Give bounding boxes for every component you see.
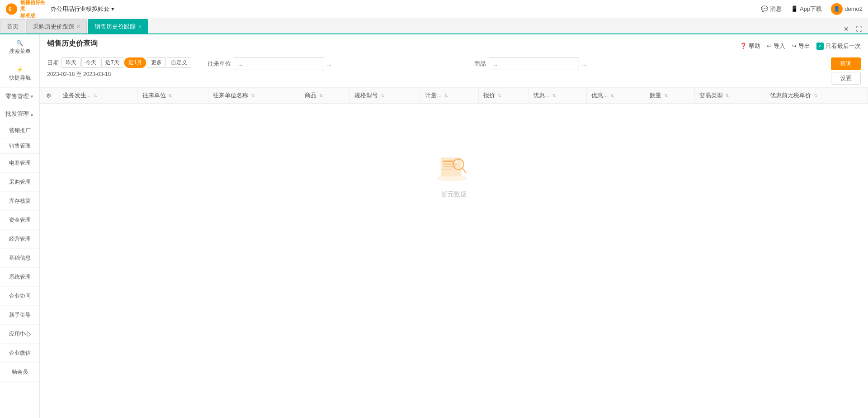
message-icon: 💬 <box>761 5 768 12</box>
settings-button[interactable]: 设置 <box>831 72 861 85</box>
tab-actions: ✕ ⛶ <box>842 24 868 33</box>
wholesale-chevron-up-icon: ▲ <box>30 112 34 117</box>
sidebar-item-marketing[interactable]: 营销推广 <box>0 123 39 138</box>
tab-close-all-btn[interactable]: ✕ <box>842 24 851 33</box>
partner-dots-btn[interactable]: ... <box>327 61 331 67</box>
date-yesterday-btn[interactable]: 昨天 <box>61 57 80 68</box>
svg-rect-5 <box>443 164 458 165</box>
sidebar-item-ecommerce[interactable]: 电商管理 <box>0 154 39 173</box>
sort-icon-business-date: ⇅ <box>94 93 97 98</box>
date-more-btn[interactable]: 更多 <box>147 57 166 68</box>
sort-icon-spec: ⇅ <box>381 93 384 98</box>
tab-purchase-history[interactable]: 采购历史价跟踪 × <box>26 19 87 33</box>
sort-icon-product: ⇅ <box>319 93 323 98</box>
retail-chevron-down-icon: ▼ <box>30 94 34 99</box>
sidebar-item-corp-wechat[interactable]: 企业微信 <box>0 344 39 363</box>
col-partner-code[interactable]: 往来单位 ⇅ <box>137 88 208 104</box>
tab-fullscreen-btn[interactable]: ⛶ <box>854 24 863 33</box>
date-filter-col: 日期 昨天 今天 近7天 近1月 更多 自定义 2023-02-18 至 202… <box>47 57 191 78</box>
query-button[interactable]: 查询 <box>831 57 861 70</box>
sort-icon-unit: ⇅ <box>444 93 448 98</box>
svg-point-0 <box>6 3 17 14</box>
col-discount1[interactable]: 优惠... ⇅ <box>528 88 586 104</box>
import-icon: ↩ <box>767 43 772 49</box>
product-input[interactable] <box>489 57 579 70</box>
date-custom-btn[interactable]: 自定义 <box>167 57 191 68</box>
search-icon: 🔍 <box>16 40 23 46</box>
sidebar-item-purchase[interactable]: 采购管理 <box>0 173 39 192</box>
col-partner-name[interactable]: 往来单位名称 ⇅ <box>208 88 300 104</box>
sort-icon-discount1: ⇅ <box>552 93 556 98</box>
download-icon: 📱 <box>791 5 798 12</box>
avatar: 👤 <box>831 3 843 15</box>
sidebar-item-guide[interactable]: 新手引导 <box>0 306 39 325</box>
sidebar-item-quick-nav[interactable]: ⚡ 快捷导航 <box>0 61 39 88</box>
empty-state: 暂元数据 <box>40 104 868 244</box>
help-btn[interactable]: ❓ 帮助 <box>740 42 760 50</box>
logo-text: 畅捷信好生意 标准版 <box>20 0 45 19</box>
date-1month-btn[interactable]: 近1月 <box>124 57 146 68</box>
sidebar-item-search-menu[interactable]: 🔍 搜索菜单 <box>0 34 39 61</box>
col-trade-type[interactable]: 交易类型 ⇅ <box>694 88 765 104</box>
col-product[interactable]: 商品 ⇅ <box>300 88 349 104</box>
data-table: ⚙ 业务发生... ⇅ 往来单位 ⇅ 往来单位名称 ⇅ <box>40 88 868 104</box>
col-pre-tax-price[interactable]: 优惠前无税单价 ⇅ <box>765 88 868 104</box>
main-layout: 🔍 搜索菜单 ⚡ 快捷导航 零售管理 ▼ 批发管理 ▲ 营销推广 销售管理 电商… <box>0 34 868 418</box>
logo-icon: 6 <box>5 2 18 16</box>
breadcrumb-dropdown[interactable]: 办公用品行业模拟账套 ▾ <box>51 5 114 13</box>
tab-sales-history[interactable]: 销售历史价跟踪 × <box>88 19 148 33</box>
breadcrumb: 办公用品行业模拟账套 ▾ <box>45 5 761 13</box>
sidebar-item-retail-mgmt[interactable]: 零售管理 ▼ <box>0 88 39 105</box>
partner-label: 往来单位 <box>208 60 231 68</box>
sidebar-item-operations[interactable]: 经营管理 <box>0 230 39 249</box>
sidebar-item-finance[interactable]: 资金管理 <box>0 211 39 230</box>
user-avatar-btn[interactable]: 👤 demo2 <box>831 3 863 15</box>
svg-text:6: 6 <box>9 6 12 12</box>
import-btn[interactable]: ↩ 导入 <box>767 42 785 50</box>
tab-purchase-history-close[interactable]: × <box>77 24 80 29</box>
tab-sales-history-close[interactable]: × <box>138 24 142 29</box>
sidebar-item-enterprise[interactable]: 企业协同 <box>0 287 39 306</box>
sidebar-item-inventory[interactable]: 库存核算 <box>0 192 39 211</box>
col-settings[interactable]: ⚙ <box>40 88 58 104</box>
col-unit[interactable]: 计量... ⇅ <box>420 88 479 104</box>
date-today-btn[interactable]: 今天 <box>81 57 100 68</box>
message-btn[interactable]: 💬 消息 <box>761 5 782 13</box>
help-icon: ❓ <box>740 43 747 49</box>
partner-input[interactable] <box>234 57 324 70</box>
tab-home[interactable]: 首页 <box>0 19 25 33</box>
date-7days-btn[interactable]: 近7天 <box>101 57 123 68</box>
date-range-text: 2023-02-18 至 2023-03-18 <box>47 71 191 78</box>
empty-state-text: 暂元数据 <box>441 190 467 199</box>
export-btn[interactable]: ↪ 导出 <box>792 42 810 50</box>
sidebar-item-wholesale-mgmt[interactable]: 批发管理 ▲ <box>0 105 39 123</box>
page-title: 销售历史价查询 <box>47 39 98 48</box>
top-right-area: 💬 消息 📱 App下载 👤 demo2 <box>761 3 863 15</box>
svg-rect-4 <box>443 161 454 162</box>
table-area: ⚙ 业务发生... ⇅ 往来单位 ⇅ 往来单位名称 ⇅ <box>40 88 868 418</box>
product-dots-btn[interactable]: ... <box>582 61 586 67</box>
sidebar-item-system[interactable]: 系统管理 <box>0 268 39 287</box>
date-buttons: 昨天 今天 近7天 近1月 更多 自定义 <box>61 57 191 68</box>
only-last-checkbox[interactable]: ✓ 只看最后一次 <box>816 42 861 50</box>
col-spec[interactable]: 规格型号 ⇅ <box>349 88 420 104</box>
product-filter: 商品 ... <box>474 57 586 70</box>
col-business-date[interactable]: 业务发生... ⇅ <box>58 88 137 104</box>
col-quoted-price[interactable]: 报价 ⇅ <box>479 88 528 104</box>
date-filter-label: 日期 <box>47 59 59 67</box>
sidebar-item-member[interactable]: 畅会员 <box>0 363 39 382</box>
sidebar-item-basic-info[interactable]: 基础信息 <box>0 249 39 268</box>
partner-filter: 往来单位 ... <box>208 57 331 70</box>
table-header-row: ⚙ 业务发生... ⇅ 往来单位 ⇅ 往来单位名称 ⇅ <box>40 88 868 104</box>
tab-purchase-history-label: 采购历史价跟踪 <box>33 23 74 31</box>
sort-icon-discount2: ⇅ <box>610 93 614 98</box>
svg-rect-7 <box>443 169 452 170</box>
checkbox-icon: ✓ <box>816 43 824 50</box>
col-discount2[interactable]: 优惠... ⇅ <box>586 88 645 104</box>
sidebar-item-app-center[interactable]: 应用中心 <box>0 325 39 344</box>
quick-nav-icon: ⚡ <box>16 66 23 73</box>
col-quantity[interactable]: 数量 ⇅ <box>645 88 694 104</box>
svg-point-10 <box>455 161 458 164</box>
app-download-btn[interactable]: 📱 App下载 <box>791 5 822 13</box>
sidebar-item-sales-mgmt[interactable]: 销售管理 <box>0 138 39 154</box>
